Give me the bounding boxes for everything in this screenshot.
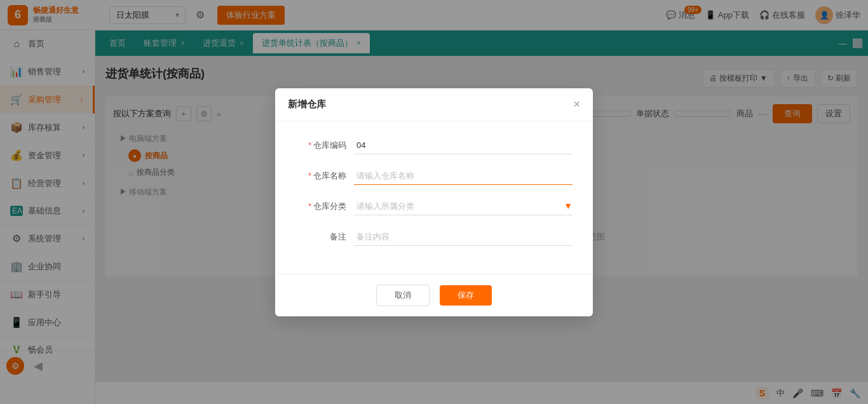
category-label: 仓库分类 [295,201,346,212]
modal-body: 仓库编码 仓库名称 仓库分类 ▼ 备注 [275,121,593,274]
new-warehouse-modal: 新增仓库 × 仓库编码 仓库名称 仓库分类 ▼ [275,88,593,316]
warehouse-category-row: 仓库分类 ▼ [295,198,573,215]
category-select-wrap: ▼ [354,198,573,215]
code-label: 仓库编码 [295,140,346,151]
save-button[interactable]: 保存 [440,285,492,306]
modal-header: 新增仓库 × [275,88,593,121]
modal-footer: 取消 保存 [275,274,593,316]
warehouse-code-row: 仓库编码 [295,137,573,154]
warehouse-name-input[interactable] [354,167,573,185]
modal-overlay: 新增仓库 × 仓库编码 仓库名称 仓库分类 ▼ [0,0,868,404]
remark-label: 备注 [295,231,346,243]
cancel-button[interactable]: 取消 [376,285,430,306]
remark-row: 备注 [295,228,573,246]
warehouse-code-input[interactable] [354,137,573,154]
modal-close-button[interactable]: × [573,98,580,110]
warehouse-name-row: 仓库名称 [295,167,573,185]
dropdown-arrow-icon[interactable]: ▼ [564,201,573,211]
modal-title: 新增仓库 [288,98,326,111]
category-input[interactable] [354,198,564,215]
remark-input[interactable] [354,228,573,246]
name-label: 仓库名称 [295,170,346,182]
